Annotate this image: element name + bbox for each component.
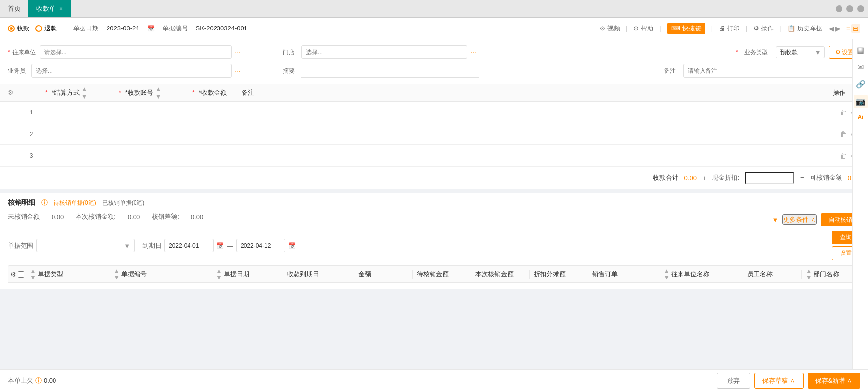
close-button[interactable]	[857, 5, 864, 12]
ai-label[interactable]: Ai	[858, 114, 863, 120]
due-from-input[interactable]	[164, 239, 214, 252]
total-value: 0.00	[684, 174, 697, 182]
remark-input[interactable]	[683, 64, 860, 78]
refund-radio-label: 退款	[44, 24, 57, 33]
sidebar-camera-icon[interactable]: 📷	[854, 95, 868, 108]
filter-row: 未核销金额 0.00 本次核销金额: 0.00 核销差额: 0.00 ▼ 更多条…	[8, 212, 860, 227]
table-gear-icon[interactable]: ⚙	[8, 89, 14, 96]
action-label: 操作	[761, 24, 774, 33]
select-all-checkbox[interactable]	[18, 271, 24, 278]
history-btn[interactable]: 📋 历史单据	[787, 24, 823, 33]
video-btn[interactable]: ⊙ 视频	[600, 24, 620, 33]
diff-value: 0.00	[191, 213, 203, 221]
date-dash: —	[227, 242, 233, 250]
due-filter: 到期日 📅 — 📅	[142, 239, 296, 252]
more-filters-btn[interactable]: 更多条件 ∧	[782, 214, 817, 225]
staff-input[interactable]	[31, 64, 232, 78]
nav-prev-icon[interactable]: ◀	[829, 25, 834, 32]
row-2-delete-icon[interactable]: 🗑	[840, 130, 847, 138]
shop-more-icon[interactable]: ···	[467, 48, 479, 56]
range-select[interactable]: ▼	[36, 239, 135, 252]
discount-label: 现金折扣:	[712, 173, 739, 182]
maximize-button[interactable]	[846, 5, 853, 12]
date-label: 单据日期	[73, 24, 99, 33]
carry-info-icon[interactable]: ⓘ	[35, 376, 42, 385]
carry-value: 0.00	[44, 377, 56, 384]
help-icon: ⊙	[633, 25, 639, 32]
sidebar-mail-icon[interactable]: ✉	[855, 60, 866, 74]
remark-label: 备注	[664, 67, 676, 75]
save-draft-label: 保存草稿 ∧	[762, 376, 795, 385]
grid-view-icon[interactable]: ⊟	[851, 24, 860, 33]
print-btn[interactable]: 🖨 打印	[719, 24, 740, 33]
type-sort-icon[interactable]: ▲▼	[30, 268, 36, 280]
done-tab[interactable]: 已核销单据(0笔)	[102, 199, 145, 207]
receipt-radio[interactable]: 收款	[8, 24, 29, 33]
action-btn[interactable]: ⚙ 操作	[753, 24, 774, 33]
save-new-button[interactable]: 保存&新增 ∧	[808, 373, 860, 389]
dept-sort-icon[interactable]: ▲▼	[806, 268, 812, 280]
date-calendar-icon[interactable]: 📅	[147, 25, 155, 32]
business-label: 业务类型	[744, 48, 768, 56]
shop-input[interactable]	[301, 45, 467, 59]
nav-next-icon[interactable]: ▶	[835, 25, 841, 32]
row-1-delete-icon[interactable]: 🗑	[840, 109, 847, 116]
vth-dept: ▲▼ 部门名称	[802, 268, 860, 280]
settle-sort-icon[interactable]: ▲▼	[81, 85, 88, 100]
tab-receipt-label: 收款单	[36, 4, 55, 13]
business-field: * 业务类型 预收款 ▼ ⚙ 设置	[713, 46, 860, 59]
vth-order: 销售订单	[588, 270, 659, 279]
partner-input[interactable]	[40, 45, 232, 59]
due-from-calendar-icon[interactable]: 📅	[217, 242, 224, 249]
due-label: 到期日	[142, 241, 162, 250]
print-label: 打印	[727, 24, 740, 33]
receipt-table: ⚙ * *结算方式 ▲▼ * *收款账号 ▲▼ * *收款金额 备注 操作 1	[0, 84, 868, 167]
remark-field: 备注	[664, 64, 860, 78]
bottom-actions: 放弃 保存草稿 ∧ 保存&新增 ∧	[717, 373, 860, 389]
staff-more-icon[interactable]: ···	[232, 67, 244, 75]
due-to-calendar-icon[interactable]: 📅	[288, 242, 296, 249]
num-sort-icon[interactable]: ▲▼	[113, 268, 120, 280]
partner-more-icon[interactable]: ···	[232, 48, 244, 56]
tab-home[interactable]: 首页	[0, 0, 28, 17]
view-buttons: ≡ ⊟	[846, 24, 860, 33]
date-sort-icon[interactable]: ▲▼	[216, 268, 222, 280]
row-3-delete-icon[interactable]: 🗑	[840, 152, 847, 160]
th-account: * *收款账号 ▲▼	[115, 85, 189, 100]
staff-label: 业务员	[8, 67, 27, 75]
list-view-icon[interactable]: ≡	[846, 24, 850, 33]
account-sort-icon[interactable]: ▲▼	[155, 85, 162, 100]
verify-filters: 单据范围 ▼ 到期日 📅 — 📅 查询 设置	[8, 231, 860, 260]
this-cancel-label: 本次核销金额:	[76, 212, 116, 221]
pending-tab[interactable]: 待核销单据(0笔)	[54, 199, 96, 207]
print-icon: 🖨	[719, 25, 725, 32]
save-draft-button[interactable]: 保存草稿 ∧	[754, 373, 804, 389]
th-remark: 备注	[238, 88, 829, 97]
tab-close-icon[interactable]: ×	[59, 5, 63, 12]
summary-input[interactable]	[301, 64, 479, 78]
tab-receipt[interactable]: 收款单 ×	[28, 0, 71, 17]
video-label: 视频	[607, 24, 620, 33]
summary-field: 摘要	[283, 64, 479, 78]
refund-radio[interactable]: 退款	[35, 24, 57, 33]
due-to-input[interactable]	[236, 239, 285, 252]
sidebar-attach-icon[interactable]: 🔗	[854, 78, 868, 91]
help-btn[interactable]: ⊙ 帮助	[633, 24, 653, 33]
table-header: ⚙ * *结算方式 ▲▼ * *收款账号 ▲▼ * *收款金额 备注 操作	[0, 84, 868, 102]
table-gear-2-icon[interactable]: ⚙	[10, 271, 16, 278]
business-select[interactable]: 预收款 ▼	[776, 46, 825, 58]
shortcut-btn[interactable]: ⌨ 快捷键	[667, 23, 705, 34]
discount-input[interactable]	[745, 172, 794, 184]
verify-info-icon[interactable]: ⓘ	[41, 198, 48, 207]
total-label: 收款合计	[653, 173, 678, 182]
sidebar-table-icon[interactable]: ▦	[855, 43, 866, 56]
receipt-type-group: 收款 退款	[8, 24, 57, 33]
business-value: 预收款	[780, 48, 798, 56]
abandon-button[interactable]: 放弃	[717, 373, 750, 389]
minimize-button[interactable]	[836, 5, 842, 12]
num-label: 单据编号	[163, 24, 188, 33]
partner-sort-icon[interactable]: ▲▼	[663, 268, 670, 280]
summary-row: 收款合计 0.00 + 现金折扣: = 可核销金额 0.00	[0, 167, 868, 189]
more-filters-label: 更多条件 ∧	[783, 215, 816, 224]
help-label: 帮助	[641, 24, 653, 33]
